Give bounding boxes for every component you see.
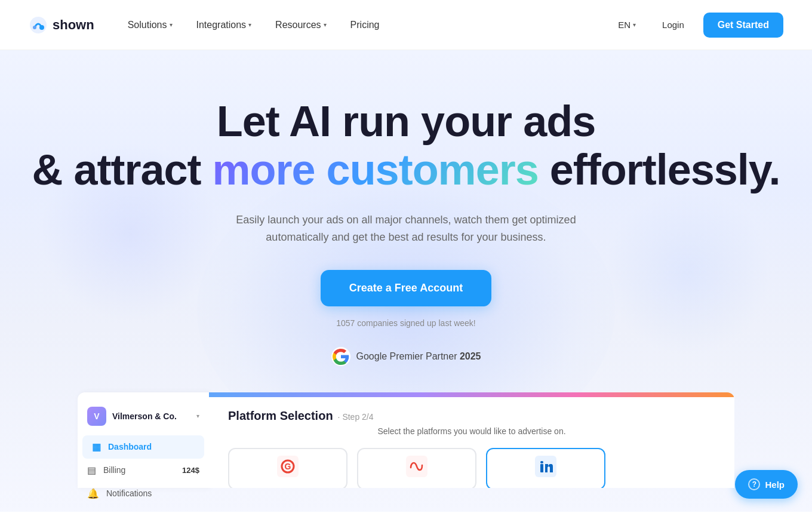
dashboard-preview: V Vilmerson & Co. ▾ ▦ Dashboard ▤ Billin… xyxy=(29,392,783,488)
hero-title-highlight: more customers xyxy=(213,146,539,193)
billing-icon: ▤ xyxy=(87,465,96,476)
chevron-down-icon: ▾ xyxy=(196,413,199,419)
nav-item-pricing[interactable]: Pricing xyxy=(341,15,389,35)
hero-section: Let AI run your ads & attract more custo… xyxy=(0,50,812,512)
hero-subtitle: Easily launch your ads on all major chan… xyxy=(233,211,579,246)
linkedin-icon xyxy=(535,456,556,481)
company-name: Vilmerson & Co. xyxy=(112,411,177,421)
svg-point-1 xyxy=(39,25,44,30)
sidebar-item-billing[interactable]: ▤ Billing 124$ xyxy=(78,459,209,482)
hero-content: Let AI run your ads & attract more custo… xyxy=(29,98,783,488)
preview-container: V Vilmerson & Co. ▾ ▦ Dashboard ▤ Billin… xyxy=(78,392,734,488)
navbar: shown Solutions ▾ Integrations ▾ Resourc… xyxy=(0,0,812,50)
sidebar-item-notifications[interactable]: 🔔 Notifications xyxy=(78,482,209,505)
language-selector[interactable]: EN ▾ xyxy=(611,15,643,35)
hero-title-line1: Let AI run your ads xyxy=(29,98,783,145)
platform-card-meta[interactable] xyxy=(357,448,476,488)
hero-title-line2: & attract more customers effortlessly. xyxy=(29,145,783,195)
svg-point-0 xyxy=(30,17,47,33)
svg-text:G: G xyxy=(285,462,291,471)
logo-text: shown xyxy=(53,17,94,33)
platform-subtitle: Select the platforms you would like to a… xyxy=(228,426,715,436)
google-ads-icon: G xyxy=(277,456,299,481)
billing-badge: 124$ xyxy=(182,466,199,475)
google-partner-badge: Google Premier Partner 2025 xyxy=(331,347,481,366)
chevron-down-icon: ▾ xyxy=(633,21,636,28)
chevron-down-icon: ▾ xyxy=(248,21,251,28)
chevron-down-icon: ▾ xyxy=(324,21,327,28)
svg-rect-9 xyxy=(540,464,543,472)
progress-bar xyxy=(209,392,734,397)
svg-point-2 xyxy=(33,26,36,29)
main-preview: Platform Selection · Step 2/4 Select the… xyxy=(209,392,734,488)
svg-rect-10 xyxy=(540,461,543,463)
social-proof-text: 1057 companies signed up last week! xyxy=(29,318,783,328)
platform-selection-title: Platform Selection · Step 2/4 xyxy=(228,409,715,423)
main-content: Platform Selection · Step 2/4 Select the… xyxy=(209,397,734,488)
dashboard-icon: ▦ xyxy=(92,441,101,453)
nav-item-solutions[interactable]: Solutions ▾ xyxy=(118,15,182,35)
platform-card-google[interactable]: G xyxy=(228,448,347,488)
login-button[interactable]: Login xyxy=(653,15,694,35)
navbar-left: shown Solutions ▾ Integrations ▾ Resourc… xyxy=(29,15,389,35)
nav-item-integrations[interactable]: Integrations ▾ xyxy=(187,15,262,35)
platform-card-linkedin[interactable] xyxy=(486,448,605,488)
logo-icon xyxy=(29,16,48,35)
google-logo-icon xyxy=(331,347,350,366)
meta-icon xyxy=(406,456,427,481)
sidebar-company[interactable]: V Vilmerson & Co. ▾ xyxy=(78,402,209,435)
nav-item-resources[interactable]: Resources ▾ xyxy=(266,15,336,35)
get-started-button[interactable]: Get Started xyxy=(703,13,783,38)
logo[interactable]: shown xyxy=(29,16,94,35)
platform-cards: G xyxy=(228,448,715,488)
platform-step: · Step 2/4 xyxy=(338,412,374,422)
chevron-down-icon: ▾ xyxy=(170,21,173,28)
sidebar-item-dashboard[interactable]: ▦ Dashboard xyxy=(82,435,204,459)
nav-links: Solutions ▾ Integrations ▾ Resources ▾ P… xyxy=(118,15,389,35)
notifications-icon: 🔔 xyxy=(87,488,99,499)
sidebar-preview: V Vilmerson & Co. ▾ ▦ Dashboard ▤ Billin… xyxy=(78,392,209,488)
navbar-right: EN ▾ Login Get Started xyxy=(611,13,783,38)
company-avatar: V xyxy=(87,407,106,426)
cta-button[interactable]: Create a Free Account xyxy=(321,270,491,306)
